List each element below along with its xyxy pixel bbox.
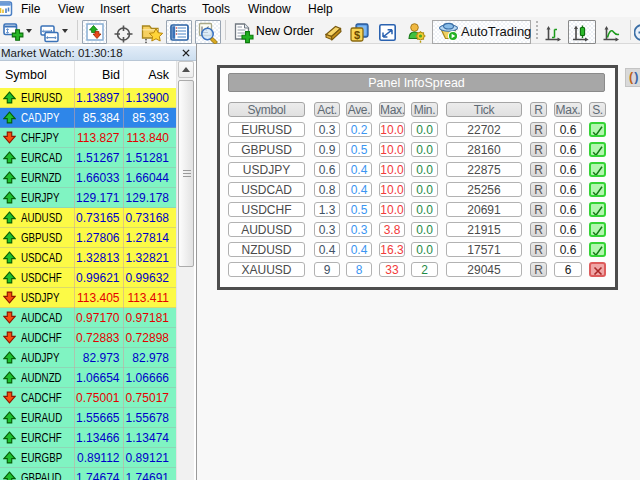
svg-text:$: $ xyxy=(354,29,360,41)
